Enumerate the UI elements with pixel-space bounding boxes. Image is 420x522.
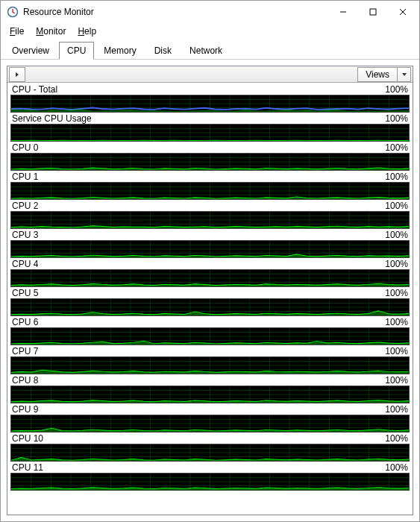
tab-overview[interactable]: Overview (4, 42, 57, 60)
chart-row: CPU 8100% (10, 375, 410, 403)
chart-name: CPU 10 (12, 433, 43, 444)
chart-body (10, 153, 410, 171)
chart-row: CPU 4100% (10, 259, 410, 287)
chart-name: CPU 6 (12, 317, 38, 327)
chart-scale: 100% (385, 346, 408, 356)
chart-body (10, 327, 410, 345)
chart-name: CPU 0 (12, 142, 38, 153)
chart-header: CPU 8100% (10, 375, 410, 386)
menu-monitor[interactable]: Monitor (30, 25, 72, 38)
chart-scale: 100% (385, 201, 408, 211)
chart-scale: 100% (385, 317, 408, 327)
tab-disk[interactable]: Disk (146, 42, 180, 60)
chart-body (10, 240, 410, 258)
chart-scale: 100% (385, 288, 408, 298)
chart-header: CPU 2100% (10, 201, 410, 211)
collapse-button[interactable] (9, 67, 25, 82)
chart-scale: 100% (385, 375, 408, 386)
tab-cpu[interactable]: CPU (59, 42, 94, 60)
titlebar: Resource Monitor (1, 1, 419, 23)
minimize-button[interactable] (328, 1, 358, 22)
chart-header: CPU 7100% (10, 346, 410, 356)
charts-container: CPU - Total100%Service CPU Usage100%CPU … (7, 83, 413, 515)
app-icon (7, 6, 19, 18)
tab-network[interactable]: Network (181, 42, 231, 60)
menubar: File Monitor Help (1, 23, 419, 40)
chart-header: CPU - Total100% (10, 84, 410, 95)
chart-body (10, 182, 410, 200)
chart-name: CPU 11 (12, 462, 43, 473)
chart-scale: 100% (385, 433, 408, 444)
chart-body (10, 386, 410, 403)
chart-name: CPU 5 (12, 288, 38, 298)
chart-scale: 100% (385, 113, 408, 124)
chart-body (10, 211, 410, 229)
menu-file[interactable]: File (4, 25, 30, 38)
views-dropdown-icon[interactable] (398, 67, 411, 82)
chart-row: CPU 9100% (10, 404, 410, 433)
chart-row: CPU 5100% (10, 288, 410, 316)
chart-name: CPU - Total (12, 84, 57, 95)
chart-name: CPU 1 (12, 172, 38, 182)
chart-row: CPU 7100% (10, 346, 410, 374)
charts-panel: Views CPU - Total100%Service CPU Usage10… (7, 66, 413, 515)
chart-row: CPU 2100% (10, 201, 410, 229)
chart-scale: 100% (385, 172, 408, 182)
tab-memory[interactable]: Memory (95, 42, 144, 60)
chart-body (10, 473, 410, 491)
chart-header: CPU 0100% (10, 142, 410, 153)
chart-header: CPU 11100% (10, 462, 410, 473)
views-label[interactable]: Views (357, 67, 398, 82)
chart-scale: 100% (385, 230, 408, 240)
tab-bar: Overview CPU Memory Disk Network (1, 40, 419, 60)
chart-body (10, 95, 410, 113)
chart-body (10, 444, 410, 462)
chart-header: CPU 10100% (10, 433, 410, 444)
menu-help[interactable]: Help (72, 25, 102, 38)
chart-scale: 100% (385, 404, 408, 415)
chart-row: Service CPU Usage100% (10, 113, 410, 142)
chart-row: CPU 6100% (10, 317, 410, 345)
svg-rect-2 (370, 9, 376, 15)
chart-row: CPU 10100% (10, 433, 410, 462)
chart-name: CPU 2 (12, 201, 38, 211)
chart-name: Service CPU Usage (12, 113, 92, 124)
views-button[interactable]: Views (357, 67, 411, 82)
chart-body (10, 269, 410, 287)
chart-row: CPU 11100% (10, 462, 410, 491)
chart-body (10, 415, 410, 433)
maximize-button[interactable] (358, 1, 388, 22)
content-area: Views CPU - Total100%Service CPU Usage10… (1, 60, 419, 521)
chart-scale: 100% (385, 84, 408, 95)
chart-header: CPU 3100% (10, 230, 410, 240)
chart-name: CPU 8 (12, 375, 38, 386)
chart-scale: 100% (385, 142, 408, 153)
chart-scale: 100% (385, 259, 408, 269)
panel-toolbar: Views (7, 66, 413, 83)
chart-body (10, 298, 410, 316)
chart-scale: 100% (385, 462, 408, 473)
chart-header: CPU 5100% (10, 288, 410, 298)
chart-name: CPU 9 (12, 404, 38, 415)
chart-header: CPU 9100% (10, 404, 410, 415)
chart-name: CPU 7 (12, 346, 38, 356)
chart-body (10, 124, 410, 142)
chart-name: CPU 4 (12, 259, 38, 269)
chart-row: CPU 1100% (10, 172, 410, 200)
chart-header: CPU 4100% (10, 259, 410, 269)
chart-row: CPU 0100% (10, 142, 410, 171)
chart-body (10, 356, 410, 374)
chart-header: CPU 6100% (10, 317, 410, 327)
chart-header: CPU 1100% (10, 172, 410, 182)
chart-row: CPU 3100% (10, 230, 410, 258)
window-title: Resource Monitor (23, 7, 328, 17)
close-button[interactable] (388, 1, 418, 22)
chart-row: CPU - Total100% (10, 84, 410, 113)
chart-header: Service CPU Usage100% (10, 113, 410, 124)
chart-name: CPU 3 (12, 230, 38, 240)
